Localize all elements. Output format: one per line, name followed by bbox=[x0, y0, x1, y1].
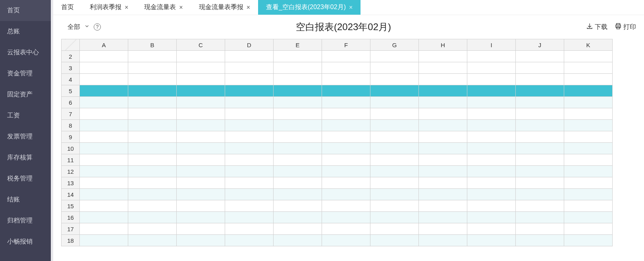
cell-A9[interactable] bbox=[80, 131, 128, 143]
close-icon[interactable]: × bbox=[349, 4, 353, 11]
cell-D12[interactable] bbox=[225, 166, 274, 177]
tab-1[interactable]: 利润表季报× bbox=[82, 0, 136, 15]
cell-G10[interactable] bbox=[370, 143, 419, 154]
cell-C13[interactable] bbox=[177, 177, 225, 189]
sidebar-item-6[interactable]: 发票管理 bbox=[0, 126, 51, 147]
cell-G15[interactable] bbox=[370, 200, 419, 212]
cell-I4[interactable] bbox=[467, 74, 516, 85]
cell-C12[interactable] bbox=[177, 166, 225, 177]
cell-C4[interactable] bbox=[177, 74, 225, 85]
row-header-5[interactable]: 5 bbox=[62, 85, 80, 97]
cell-E2[interactable] bbox=[274, 51, 322, 62]
column-header-J[interactable]: J bbox=[516, 39, 564, 51]
row-header-14[interactable]: 14 bbox=[62, 189, 80, 200]
cell-D10[interactable] bbox=[225, 143, 274, 154]
chevron-down-icon[interactable] bbox=[84, 23, 90, 31]
cell-G17[interactable] bbox=[370, 223, 419, 235]
cell-K18[interactable] bbox=[564, 235, 613, 246]
cell-H11[interactable] bbox=[419, 154, 467, 166]
download-button[interactable]: 下载 bbox=[586, 23, 607, 31]
column-header-A[interactable]: A bbox=[80, 39, 128, 51]
row-header-9[interactable]: 9 bbox=[62, 131, 80, 143]
cell-F14[interactable] bbox=[322, 189, 370, 200]
cell-K5[interactable] bbox=[564, 85, 613, 97]
cell-J16[interactable] bbox=[516, 212, 564, 223]
cell-I8[interactable] bbox=[467, 120, 516, 131]
spreadsheet[interactable]: ABCDEFGHIJK23456789101112131415161718 bbox=[53, 39, 644, 261]
sidebar-item-11[interactable]: 小畅报销 bbox=[0, 231, 51, 252]
cell-H6[interactable] bbox=[419, 97, 467, 108]
column-header-H[interactable]: H bbox=[419, 39, 467, 51]
cell-J6[interactable] bbox=[516, 97, 564, 108]
cell-I3[interactable] bbox=[467, 62, 516, 74]
cell-K9[interactable] bbox=[564, 131, 613, 143]
column-header-F[interactable]: F bbox=[322, 39, 370, 51]
row-header-11[interactable]: 11 bbox=[62, 154, 80, 166]
column-header-K[interactable]: K bbox=[564, 39, 613, 51]
cell-E13[interactable] bbox=[274, 177, 322, 189]
print-button[interactable]: 打印 bbox=[615, 23, 636, 31]
cell-K2[interactable] bbox=[564, 51, 613, 62]
cell-G7[interactable] bbox=[370, 108, 419, 120]
cell-C5[interactable] bbox=[177, 85, 225, 97]
cell-F10[interactable] bbox=[322, 143, 370, 154]
cell-B12[interactable] bbox=[128, 166, 177, 177]
select-all-corner[interactable] bbox=[62, 39, 80, 51]
column-header-C[interactable]: C bbox=[177, 39, 225, 51]
cell-J17[interactable] bbox=[516, 223, 564, 235]
sidebar-item-8[interactable]: 税务管理 bbox=[0, 168, 51, 189]
cell-J15[interactable] bbox=[516, 200, 564, 212]
cell-B9[interactable] bbox=[128, 131, 177, 143]
sidebar-item-10[interactable]: 归档管理 bbox=[0, 210, 51, 231]
row-header-13[interactable]: 13 bbox=[62, 177, 80, 189]
cell-E12[interactable] bbox=[274, 166, 322, 177]
cell-H2[interactable] bbox=[419, 51, 467, 62]
cell-B14[interactable] bbox=[128, 189, 177, 200]
cell-K17[interactable] bbox=[564, 223, 613, 235]
sidebar-item-0[interactable]: 首页 bbox=[0, 0, 51, 21]
cell-B4[interactable] bbox=[128, 74, 177, 85]
cell-F5[interactable] bbox=[322, 85, 370, 97]
cell-F8[interactable] bbox=[322, 120, 370, 131]
cell-H12[interactable] bbox=[419, 166, 467, 177]
cell-A6[interactable] bbox=[80, 97, 128, 108]
cell-B18[interactable] bbox=[128, 235, 177, 246]
cell-J12[interactable] bbox=[516, 166, 564, 177]
cell-E16[interactable] bbox=[274, 212, 322, 223]
column-header-B[interactable]: B bbox=[128, 39, 177, 51]
cell-C18[interactable] bbox=[177, 235, 225, 246]
cell-E11[interactable] bbox=[274, 154, 322, 166]
cell-I7[interactable] bbox=[467, 108, 516, 120]
cell-F18[interactable] bbox=[322, 235, 370, 246]
cell-A15[interactable] bbox=[80, 200, 128, 212]
cell-F17[interactable] bbox=[322, 223, 370, 235]
cell-F9[interactable] bbox=[322, 131, 370, 143]
cell-B15[interactable] bbox=[128, 200, 177, 212]
sidebar-item-4[interactable]: 固定资产 bbox=[0, 84, 51, 105]
cell-G13[interactable] bbox=[370, 177, 419, 189]
row-header-8[interactable]: 8 bbox=[62, 120, 80, 131]
cell-A7[interactable] bbox=[80, 108, 128, 120]
cell-G12[interactable] bbox=[370, 166, 419, 177]
cell-G18[interactable] bbox=[370, 235, 419, 246]
cell-J14[interactable] bbox=[516, 189, 564, 200]
cell-H5[interactable] bbox=[419, 85, 467, 97]
sidebar-item-9[interactable]: 结账 bbox=[0, 189, 51, 210]
cell-K15[interactable] bbox=[564, 200, 613, 212]
row-header-3[interactable]: 3 bbox=[62, 62, 80, 74]
cell-D18[interactable] bbox=[225, 235, 274, 246]
cell-I10[interactable] bbox=[467, 143, 516, 154]
cell-K3[interactable] bbox=[564, 62, 613, 74]
cell-G16[interactable] bbox=[370, 212, 419, 223]
cell-F13[interactable] bbox=[322, 177, 370, 189]
cell-A17[interactable] bbox=[80, 223, 128, 235]
cell-F11[interactable] bbox=[322, 154, 370, 166]
cell-B8[interactable] bbox=[128, 120, 177, 131]
cell-B17[interactable] bbox=[128, 223, 177, 235]
cell-H7[interactable] bbox=[419, 108, 467, 120]
cell-J2[interactable] bbox=[516, 51, 564, 62]
cell-D16[interactable] bbox=[225, 212, 274, 223]
cell-E7[interactable] bbox=[274, 108, 322, 120]
cell-C7[interactable] bbox=[177, 108, 225, 120]
cell-D9[interactable] bbox=[225, 131, 274, 143]
